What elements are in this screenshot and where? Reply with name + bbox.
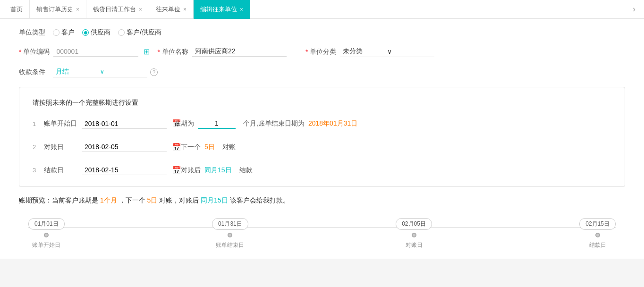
- preview-section: 账期预览：当前客户账期是 1个月 ，下一个 5日 对账，对账后 同月15日 该客…: [19, 196, 625, 205]
- timeline-label-4: 结款日: [589, 241, 606, 249]
- tab-close-edit-partner[interactable]: ×: [240, 6, 243, 13]
- timeline-point-1: 01月01日 账单开始日: [28, 218, 65, 249]
- start-date-row: 1 账单开始日 📅 账期为 个月,账单结束日期为 2018年01月31日: [33, 118, 611, 129]
- section-title: 请按照未来的一个完整帐期进行设置: [33, 99, 611, 107]
- reconcile-date-label: 对账日: [44, 143, 82, 152]
- timeline-label-3: 对账日: [406, 241, 423, 249]
- payment-date-input[interactable]: [82, 165, 170, 175]
- start-date-input[interactable]: [82, 119, 170, 128]
- reconcile-prefix: ，下一个: [174, 143, 201, 152]
- radio-circle-both: [118, 29, 125, 36]
- unit-code-label: 单位编码: [23, 48, 50, 56]
- unit-classify-dropdown[interactable]: 未分类 ∨: [340, 46, 434, 57]
- unit-info-row: * 单位编码 ⊞ * 单位名称 * 单位分类 未分类 ∨: [19, 46, 625, 57]
- preview-payment-highlight: 同月15日: [201, 196, 228, 204]
- timeline-dot-1: [44, 233, 49, 237]
- unit-type-label: 单位类型: [19, 28, 45, 37]
- preview-part3: 对账，对账后: [159, 196, 199, 204]
- start-date-suffix-before: 账期为: [174, 119, 194, 128]
- tab-bar: 首页 销售订单历史 × 钱货日清工作台 × 往来单位 × 编辑往来单位 × ›: [0, 0, 644, 19]
- main-content: 单位类型 客户 供应商 客户/供应商 * 单位编码 ⊞: [0, 19, 644, 259]
- classify-required-star: *: [305, 48, 308, 56]
- preview-part2: ，下一个: [119, 196, 145, 204]
- timeline-bubble-2: 01月31日: [212, 218, 248, 230]
- preview-day-highlight: 5日: [147, 196, 157, 204]
- timeline-dot-2: [228, 233, 232, 237]
- reconcile-day-highlight: 5日: [204, 143, 215, 152]
- radio-both[interactable]: 客户/供应商: [118, 28, 161, 37]
- reconcile-date-input-wrapper: 📅: [82, 142, 167, 152]
- timeline-point-4: 02月15日 结款日: [579, 218, 616, 249]
- payment-terms-label: 收款条件: [19, 68, 45, 76]
- code-required-star: *: [19, 48, 21, 56]
- timeline-bubble-1: 01月01日: [28, 218, 65, 230]
- tab-close-partner-unit[interactable]: ×: [183, 6, 186, 13]
- tab-partner-unit[interactable]: 往来单位 ×: [149, 0, 194, 19]
- tab-close-sales-history[interactable]: ×: [76, 6, 79, 13]
- timeline-bubble-4: 02月15日: [579, 218, 616, 230]
- unit-type-row: 单位类型 客户 供应商 客户/供应商: [19, 28, 625, 37]
- timeline-points: 01月01日 账单开始日 01月31日 账单结束日 02月05日 对账日 02月…: [28, 218, 616, 249]
- timeline-label-2: 账单结束日: [216, 241, 244, 249]
- payment-date-row: 3 结款日 📅 ，对账后 同月15日 结款: [33, 165, 611, 175]
- timeline-point-2: 01月31日 账单结束日: [212, 218, 248, 249]
- unit-classify-label: 单位分类: [310, 48, 336, 56]
- payment-date-label: 结款日: [44, 166, 82, 175]
- unit-code-input[interactable]: [53, 47, 142, 56]
- payment-terms-arrow: ∨: [100, 68, 144, 75]
- tab-more-button[interactable]: ›: [628, 4, 640, 14]
- start-date-value: 📅 账期为 个月,账单结束日期为 2018年01月31日: [82, 118, 357, 129]
- end-date-highlight: 2018年01月31日: [308, 119, 357, 128]
- start-date-label: 账单开始日: [44, 119, 82, 128]
- radio-customer[interactable]: 客户: [53, 28, 75, 37]
- unit-type-radio-group: 客户 供应商 客户/供应商: [53, 28, 161, 37]
- unit-code-input-wrapper: ⊞: [53, 47, 138, 57]
- timeline-point-3: 02月05日 对账日: [396, 218, 432, 249]
- timeline-bubble-3: 02月05日: [396, 218, 432, 230]
- tab-cash-work[interactable]: 钱货日清工作台 ×: [86, 0, 149, 19]
- row-num-1: 1: [33, 120, 44, 127]
- classify-dropdown-icon: ∨: [387, 48, 432, 55]
- tab-close-cash-work[interactable]: ×: [139, 6, 142, 13]
- tab-edit-partner[interactable]: 编辑往来单位 ×: [194, 0, 250, 19]
- unit-code-browse-icon[interactable]: ⊞: [142, 47, 152, 56]
- period-settings-box: 请按照未来的一个完整帐期进行设置 1 账单开始日 📅 账期为 个月,账单结束日期…: [19, 87, 625, 187]
- unit-classify-group: * 单位分类 未分类 ∨: [305, 46, 434, 57]
- payment-terms-dropdown[interactable]: 月结 ∨: [53, 67, 147, 77]
- payment-terms-row: 收款条件 月结 ∨ ?: [19, 67, 625, 77]
- timeline-dot-3: [412, 233, 416, 237]
- unit-name-input[interactable]: [192, 47, 287, 57]
- unit-code-group: * 单位编码 ⊞: [19, 47, 138, 57]
- payment-prefix: ，对账后: [174, 166, 201, 175]
- reconcile-suffix: 对账: [222, 143, 236, 152]
- start-date-suffix-after: 个月,账单结束日期为: [243, 119, 305, 128]
- reconcile-date-row: 2 对账日 📅 ，下一个 5日 对账: [33, 142, 611, 152]
- radio-circle-supplier: [82, 29, 89, 36]
- preview-period-highlight: 1个月: [100, 196, 117, 204]
- radio-circle-customer: [53, 29, 59, 36]
- payment-date-value: 📅 ，对账后 同月15日 结款: [82, 165, 253, 175]
- period-value-input[interactable]: [198, 118, 236, 129]
- unit-name-label: 单位名称: [162, 48, 188, 56]
- tab-sales-history[interactable]: 销售订单历史 ×: [30, 0, 86, 19]
- tab-home[interactable]: 首页: [4, 0, 30, 19]
- name-required-star: *: [157, 48, 160, 56]
- reconcile-date-input[interactable]: [82, 142, 170, 152]
- unit-name-group: * 单位名称: [157, 47, 286, 57]
- preview-label: 账期预览：当前客户账期是: [19, 196, 98, 204]
- payment-suffix: 结款: [239, 166, 253, 175]
- radio-supplier[interactable]: 供应商: [82, 28, 110, 37]
- payment-terms-help-icon[interactable]: ?: [150, 68, 158, 76]
- start-date-input-wrapper: 📅: [82, 119, 167, 129]
- timeline-dot-4: [595, 233, 600, 237]
- timeline-section: 01月01日 账单开始日 01月31日 账单结束日 02月05日 对账日 02月…: [19, 218, 625, 249]
- reconcile-date-value: 📅 ，下一个 5日 对账: [82, 142, 236, 152]
- row-num-3: 3: [33, 167, 44, 174]
- payment-day-highlight: 同月15日: [204, 166, 232, 175]
- timeline-label-1: 账单开始日: [32, 241, 60, 249]
- preview-part4: 该客户会给我打款。: [230, 196, 289, 204]
- payment-date-input-wrapper: 📅: [82, 165, 167, 175]
- row-num-2: 2: [33, 144, 44, 151]
